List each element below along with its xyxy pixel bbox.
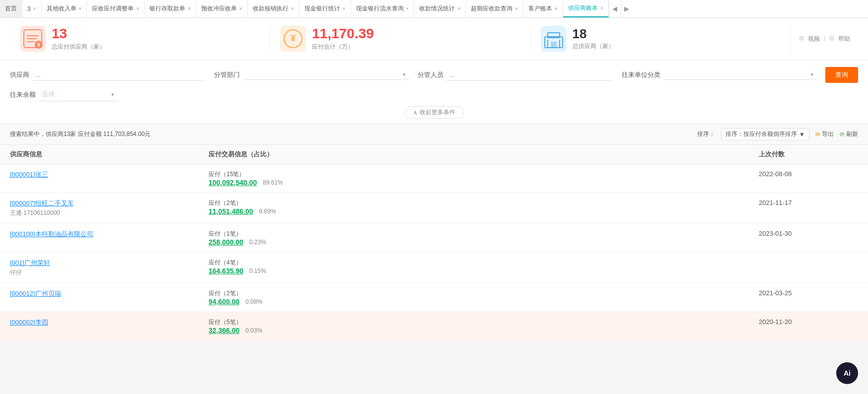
summary-label-3: 总供应商（家） — [573, 42, 614, 51]
supplier-link-4[interactable]: [000012]广州贝瑞 — [10, 290, 61, 297]
balance-dropdown-icon: ▼ — [110, 92, 115, 97]
supplier-info-5: [000002]李四 — [10, 318, 209, 327]
supplier-info-3: [001]广州荣轩 仔仔 — [10, 259, 209, 277]
close-icon[interactable]: × — [291, 6, 294, 11]
close-icon[interactable]: × — [457, 6, 460, 11]
supplier-link-0[interactable]: [000001]张三 — [10, 171, 48, 178]
refresh-icon: ⟳ — [840, 131, 845, 138]
supplier-link-3[interactable]: [001]广州荣轩 — [10, 259, 50, 266]
nav-tab-3[interactable]: 3 × — [22, 0, 42, 17]
supplier-contact-1: 王通 17106110000 — [10, 209, 209, 217]
sort-area: 排序： 排序：按应付余额倒序排序 ▼ ⟳ 导出 ⟳ 刷新 — [697, 128, 858, 140]
close-icon[interactable]: × — [188, 6, 191, 11]
col-header-transaction: 应付交易信息（占比） — [209, 150, 759, 159]
summary-item-payable-total: ¥ 11,170.39 应付合计（万） — [270, 26, 530, 52]
unit-filter-label: 往来单位分类 — [622, 70, 660, 79]
top-nav: 首页 3 × 其他收入单 × 应收应付调整单 × 银行存取款单 × 预收冲应收单… — [0, 0, 868, 18]
suppliers-payable-icon: ¥ — [20, 26, 46, 52]
top-right-links: ⊙ 视频 | ⊙ 帮助 — [791, 35, 858, 43]
refresh-button[interactable]: ⟳ 刷新 — [840, 130, 858, 138]
nav-tab-other-income[interactable]: 其他收入单 × — [42, 0, 87, 17]
summary-item-total-suppliers: 18 总供应商（家） — [531, 26, 791, 52]
col-header-supplier: 供应商信息 — [10, 150, 209, 159]
close-icon[interactable]: × — [406, 6, 409, 11]
nav-tab-cash-stats[interactable]: 现金银行统计 × — [299, 0, 351, 17]
unit-dropdown-icon: ▼ — [809, 72, 814, 77]
person-input[interactable] — [446, 69, 614, 81]
filter-area: 供应商 分管部门 ▼ 分管人员 往来单位分类 ▼ 查询 往来 — [0, 60, 868, 124]
nav-tab-bank[interactable]: 银行存取款单 × — [145, 0, 196, 17]
nav-tab-supplier[interactable]: 供应商账本 × — [563, 0, 609, 17]
supplier-link-5[interactable]: [000002]李四 — [10, 319, 48, 326]
sort-select[interactable]: 排序：按应付余额倒序排序 ▼ — [721, 128, 809, 140]
dept-filter-label: 分管部门 — [214, 70, 240, 79]
nav-next-arrow[interactable]: ▶ — [621, 0, 633, 17]
trans-pct-3: 0.15% — [249, 267, 266, 274]
close-icon[interactable]: × — [136, 6, 139, 11]
nav-tab-customer[interactable]: 客户账本 × — [523, 0, 563, 17]
filter-item-dept: 分管部门 ▼ — [214, 70, 410, 80]
person-filter-label: 分管人员 — [418, 70, 443, 79]
svg-rect-15 — [551, 42, 557, 48]
dept-select[interactable]: ▼ — [243, 70, 410, 80]
trans-label-0: 应付（15笔） — [209, 171, 245, 178]
summary-item-suppliers-payable: ¥ 13 总应付供应商（家） — [10, 26, 270, 52]
close-icon[interactable]: × — [515, 6, 518, 11]
collapse-button[interactable]: ∧ 收起更多条件 — [405, 106, 464, 119]
nav-tab-adjustment[interactable]: 应收应付调整单 × — [87, 0, 145, 17]
nav-tab-home[interactable]: 首页 — [0, 0, 22, 17]
filter-item-balance: 往来余额 选择... ▼ — [10, 88, 169, 101]
table-row: [000002]李四 应付（5笔） 32,366.00 0.03% 2020-1… — [0, 312, 868, 341]
close-icon[interactable]: × — [239, 6, 242, 11]
nav-tab-overdue[interactable]: 超期应收款查询 × — [466, 0, 523, 17]
last-pay-0: 2022-08-08 — [759, 170, 858, 178]
close-icon[interactable]: × — [33, 6, 36, 11]
summary-label-2: 应付合计（万） — [312, 43, 374, 51]
export-icon: ⟳ — [815, 131, 820, 138]
nav-prev-arrow[interactable]: ◀ — [609, 0, 621, 17]
collapse-icon: ∧ — [413, 109, 418, 116]
query-button[interactable]: 查询 — [825, 67, 858, 83]
nav-tab-collection-stats[interactable]: 收款情况统计 × — [414, 0, 466, 17]
trans-amount-0[interactable]: 100,092,540.00 — [209, 179, 257, 187]
trans-amount-2[interactable]: 258,000.00 — [209, 238, 243, 246]
supplier-link-2[interactable]: [000100]本特勤油品有限公司 — [10, 230, 93, 238]
close-icon[interactable]: × — [600, 5, 603, 11]
video-icon: ⊙ — [799, 35, 804, 42]
summary-number-3: 18 — [573, 27, 614, 41]
balance-filter-label: 往来余额 — [10, 90, 36, 99]
nav-tab-collection[interactable]: 收款核销执行 × — [248, 0, 299, 17]
trans-amount-5[interactable]: 32,366.00 — [209, 327, 239, 334]
transaction-info-5: 应付（5笔） 32,366.00 0.03% — [209, 318, 759, 334]
summary-number-2: 11,170.39 — [312, 26, 374, 42]
transaction-info-1: 应付（2笔） 11,051,486.00 9.89% — [209, 199, 759, 215]
summary-number-1: 13 — [52, 26, 105, 42]
help-link[interactable]: 帮助 — [838, 35, 850, 43]
summary-bar: ¥ 13 总应付供应商（家） ¥ 11,170.39 应付合计（万） — [0, 18, 868, 60]
export-button[interactable]: ⟳ 导出 — [815, 130, 834, 138]
trans-pct-4: 0.08% — [245, 298, 262, 305]
supplier-input[interactable] — [32, 69, 206, 81]
close-icon[interactable]: × — [79, 6, 82, 11]
close-icon[interactable]: × — [555, 6, 558, 11]
supplier-info-1: [000007]恒旺二手叉车 王通 17106110000 — [10, 199, 209, 217]
trans-pct-2: 0.23% — [249, 239, 266, 246]
dept-dropdown-icon: ▼ — [402, 72, 407, 77]
collapse-area: ∧ 收起更多条件 — [10, 106, 858, 119]
video-link[interactable]: 视频 — [808, 35, 820, 43]
trans-amount-1[interactable]: 11,051,486.00 — [209, 207, 253, 215]
trans-amount-3[interactable]: 164,635.90 — [209, 267, 243, 275]
filter-item-person: 分管人员 — [418, 69, 614, 81]
unit-select[interactable]: ▼ — [663, 70, 818, 80]
supplier-info-4: [000012]广州贝瑞 — [10, 289, 209, 298]
svg-text:¥: ¥ — [290, 33, 295, 43]
last-pay-1: 2021-11-17 — [759, 199, 858, 206]
nav-tab-cash-flow[interactable]: 现金银行流水查询 × — [351, 0, 415, 17]
trans-amount-4[interactable]: 94,600.00 — [209, 298, 239, 306]
supplier-link-1[interactable]: [000007]恒旺二手叉车 — [10, 199, 74, 207]
summary-content-3: 18 总供应商（家） — [573, 27, 614, 51]
close-icon[interactable]: × — [343, 6, 346, 11]
filter-item-supplier: 供应商 — [10, 69, 206, 81]
nav-tab-prepay[interactable]: 预收冲应收单 × — [196, 0, 248, 17]
balance-select[interactable]: 选择... ▼ — [39, 88, 118, 101]
